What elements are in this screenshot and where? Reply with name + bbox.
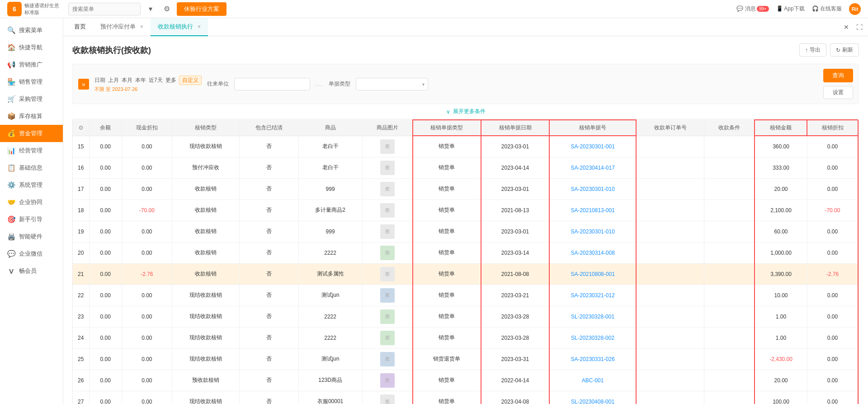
avatar[interactable]: Rit: [849, 3, 861, 15]
page-title-row: 收款核销执行(按收款) ↑ 导出 ↻ 刷新: [72, 43, 859, 57]
cell-cancel-doc-no[interactable]: SA-20230321-012: [549, 285, 636, 306]
cell-cancel-doc-date: 2023-03-31: [481, 348, 549, 370]
sidebar-label-finance: 资金管理: [19, 129, 42, 138]
sidebar-item-system[interactable]: ⚙️ 系统管理: [0, 176, 63, 194]
cell-cancel-type: 现结收款核销: [172, 285, 240, 306]
refresh-btn[interactable]: ↻ 刷新: [830, 43, 859, 57]
cell-cancel-doc-no[interactable]: SA-20230314-008: [549, 242, 636, 263]
gear-btn[interactable]: ⚙: [160, 3, 173, 15]
cell-cancel-doc-date: 2023-04-14: [481, 157, 549, 178]
date-more[interactable]: 更多: [165, 76, 176, 84]
expand-more-conditions[interactable]: ∨ 展开更多条件: [72, 108, 859, 115]
cell-includes-settled: 否: [240, 242, 298, 263]
date-7days[interactable]: 近7天: [149, 76, 163, 84]
cell-cancel-doc-no[interactable]: SA-20210808-001: [549, 263, 636, 285]
cell-product-img: 图: [362, 391, 413, 404]
cell-cancel-doc-no[interactable]: SA-20230301-010: [549, 221, 636, 242]
date-this-month[interactable]: 本月: [122, 76, 132, 84]
tab-collection[interactable]: 收款核销执行 ×: [151, 18, 208, 36]
source-unit-input[interactable]: [234, 78, 310, 90]
th-product-img: 商品图片: [362, 120, 413, 136]
content-area: 首页 预付冲应付单 × 收款核销执行 × ✕ ⛶ 收款核销执行(按收款): [63, 18, 868, 404]
sidebar-item-newbie[interactable]: 🎯 新手引导: [0, 211, 63, 228]
app-download-link[interactable]: 📱 App下载: [776, 5, 805, 13]
cell-includes-settled: 否: [240, 200, 298, 221]
cell-cancel-doc-type: 销货单: [413, 327, 481, 348]
filter-settings-btn[interactable]: 设置: [823, 86, 853, 99]
newbie-icon: 🎯: [7, 215, 15, 223]
doc-type-select[interactable]: [356, 78, 428, 90]
sidebar-item-smart-hw[interactable]: 🖨️ 智能硬件: [0, 228, 63, 245]
cell-cancel-amount: 3,390.00: [755, 263, 807, 285]
sidebar-item-purchase[interactable]: 🛒 采购管理: [0, 90, 63, 108]
sidebar-item-member[interactable]: V 畅会员: [0, 262, 63, 280]
cell-cancel-doc-no[interactable]: SL-20230408-001: [549, 391, 636, 404]
top-bar-right: 💬 消息99+ 📱 App下载 🎧 在线客服 Rit: [736, 3, 861, 15]
cell-cash-discount: -70.00: [122, 200, 172, 221]
tab-collection-close[interactable]: ×: [198, 24, 201, 30]
cell-product: 测试jun: [298, 348, 362, 370]
cell-cancel-type: 预收款核销: [172, 370, 240, 391]
tab-home[interactable]: 首页: [67, 18, 93, 36]
sidebar-item-base[interactable]: 📋 基础信息: [0, 159, 63, 176]
sidebar-item-enterprise[interactable]: 🤝 企业协同: [0, 194, 63, 211]
sidebar-item-operations[interactable]: 📊 经营管理: [0, 142, 63, 159]
th-includes-settled: 包含已结清: [240, 120, 298, 136]
sidebar-item-quick-nav[interactable]: 🏠 快捷导航: [0, 39, 63, 56]
sidebar-item-search[interactable]: 🔍 搜索菜单: [0, 22, 63, 39]
filter-expand-btn[interactable]: »: [78, 79, 89, 90]
date-custom[interactable]: 自定义: [179, 76, 202, 85]
cell-cancel-doc-no[interactable]: SA-20210813-001: [549, 200, 636, 221]
cell-cancel-doc-type: 销货单: [413, 306, 481, 327]
tab-prepay-close[interactable]: ×: [140, 24, 143, 30]
cell-cancel-doc-no[interactable]: SL-20230328-002: [549, 327, 636, 348]
query-btn[interactable]: 查询: [823, 69, 853, 82]
cell-includes-settled: 否: [240, 157, 298, 178]
search-input[interactable]: [68, 3, 141, 15]
table-row: 24 0.00 0.00 现结收款核销 否 2222 图 销货单 2023-03…: [73, 327, 858, 348]
dropdown-btn[interactable]: ▾: [144, 3, 157, 15]
cell-balance: 0.00: [89, 285, 122, 306]
wechat-icon: 💬: [7, 250, 15, 258]
cell-balance: 0.00: [89, 136, 122, 157]
th-cancel-doc-date: 核销单据日期: [481, 120, 549, 136]
cell-receipt-condition: [704, 157, 755, 178]
export-btn[interactable]: ↑ 导出: [799, 43, 826, 57]
sidebar-item-sales[interactable]: 🏪 销售管理: [0, 73, 63, 90]
th-receipt-condition: 收款条件: [704, 120, 755, 136]
th-cancel-doc-no: 核销单据号: [549, 120, 636, 136]
sidebar-item-marketing[interactable]: 📢 营销推广: [0, 56, 63, 73]
close-tab-btn[interactable]: ✕: [842, 22, 851, 33]
th-settings[interactable]: ⊙: [73, 120, 89, 136]
table-header-row: ⊙ 余额 现金折扣 核销类型 包含已结清 商品 商品图片 核销单据类型 核销单据…: [73, 120, 858, 136]
date-label: 日期: [94, 76, 105, 84]
msg-icon[interactable]: 💬 消息99+: [736, 5, 769, 13]
cell-product: 测试jun: [298, 285, 362, 306]
table-row: 23 0.00 0.00 现结收款核销 否 2222 图 销货单 2023-03…: [73, 306, 858, 327]
cell-cancel-doc-no[interactable]: SA-20230414-017: [549, 157, 636, 178]
fullscreen-btn[interactable]: ⛶: [854, 22, 864, 33]
cell-includes-settled: 否: [240, 327, 298, 348]
sidebar-label-marketing: 营销推广: [19, 61, 42, 69]
sidebar-item-wechat[interactable]: 💬 企业微信: [0, 245, 63, 262]
date-this-year[interactable]: 本年: [135, 76, 146, 84]
tab-prepay[interactable]: 预付冲应付单 ×: [93, 18, 151, 36]
cell-cancel-doc-no[interactable]: SA-20230331-026: [549, 348, 636, 370]
export-icon: ↑: [805, 47, 808, 53]
sidebar-item-finance[interactable]: 💰 资金管理: [0, 125, 63, 142]
date-last-month[interactable]: 上月: [108, 76, 119, 84]
cell-cancel-doc-no[interactable]: SA-20230301-010: [549, 178, 636, 200]
cell-cash-discount: 0.00: [122, 327, 172, 348]
cell-receipt-condition: [704, 242, 755, 263]
cell-cancel-discount: -2.76: [807, 263, 858, 285]
cell-balance: 0.00: [89, 157, 122, 178]
cell-idx: 24: [73, 327, 89, 348]
logo-icon: 6: [7, 2, 22, 16]
cell-cancel-doc-no[interactable]: SA-20230301-001: [549, 136, 636, 157]
cell-cancel-doc-type: 销货单: [413, 391, 481, 404]
cell-cancel-doc-no[interactable]: ABC-001: [549, 370, 636, 391]
sidebar-item-inventory[interactable]: 📦 库存核算: [0, 108, 63, 125]
industry-btn[interactable]: 休验行业方案: [177, 2, 226, 16]
cell-cancel-doc-no[interactable]: SL-20230328-001: [549, 306, 636, 327]
online-service-link[interactable]: 🎧 在线客服: [812, 5, 842, 13]
